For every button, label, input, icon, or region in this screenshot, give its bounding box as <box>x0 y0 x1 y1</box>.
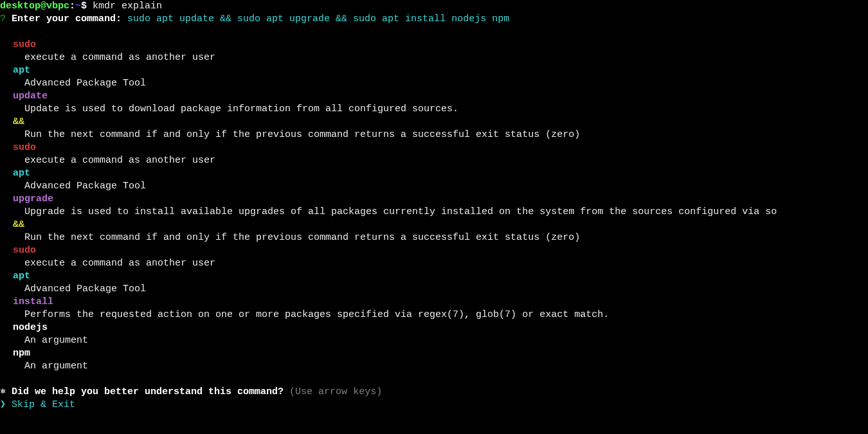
token-line: sudo <box>0 244 868 257</box>
enter-command-label: Enter your command: <box>6 14 127 24</box>
typed-command[interactable]: kmdr explain <box>93 1 162 12</box>
token-description: execute a command as another user <box>24 52 215 63</box>
token-description: Performs the requested action on one or … <box>24 309 609 320</box>
token-description: An argument <box>24 335 88 346</box>
token-line: nodejs <box>0 321 868 334</box>
token-description: Advanced Package Tool <box>24 181 146 192</box>
token: && <box>13 116 24 127</box>
feedback-line: ⎈ Did we help you better understand this… <box>0 386 868 399</box>
token: nodejs <box>13 322 48 333</box>
token: sudo <box>13 39 36 50</box>
token-description-line: execute a command as another user <box>0 257 868 270</box>
token-line: && <box>0 116 868 129</box>
menu-option-skip-exit[interactable]: Skip & Exit <box>12 399 75 410</box>
token: sudo <box>13 245 36 256</box>
menu-cursor-icon: ❯ <box>0 399 12 410</box>
token-line: upgrade <box>0 193 868 206</box>
gear-icon: ⎈ <box>0 386 6 397</box>
token: update <box>13 91 48 102</box>
blank-line <box>0 26 868 39</box>
token-description-line: Upgrade is used to install available upg… <box>0 206 868 219</box>
prompt-path: ~ <box>75 1 81 12</box>
token: npm <box>13 348 30 359</box>
token-description-line: execute a command as another user <box>0 51 868 64</box>
token-description-line: execute a command as another user <box>0 154 868 167</box>
token-description-line: Performs the requested action on one or … <box>0 309 868 321</box>
token-line: apt <box>0 270 868 283</box>
token-description: Run the next command if and only if the … <box>24 232 580 243</box>
token-description-line: An argument <box>0 360 868 373</box>
token-description-line: Advanced Package Tool <box>0 283 868 296</box>
token-line: sudo <box>0 39 868 51</box>
token-line: && <box>0 219 868 231</box>
token-description: Advanced Package Tool <box>24 284 146 294</box>
token-line: apt <box>0 64 868 77</box>
token-description: Advanced Package Tool <box>24 78 146 89</box>
token-description-line: Advanced Package Tool <box>0 77 868 90</box>
token-line: sudo <box>0 141 868 154</box>
prompt-user-host: desktop@vbpc <box>0 1 69 12</box>
token-description: An argument <box>24 361 88 372</box>
blank-line <box>0 373 868 386</box>
token-description: Upgrade is used to install available upg… <box>24 206 777 217</box>
feedback-hint: (Use arrow keys) <box>289 386 382 397</box>
explanation-block: sudoexecute a command as another userapt… <box>0 39 868 373</box>
token: && <box>13 219 24 230</box>
token-description-line: Run the next command if and only if the … <box>0 129 868 141</box>
menu-option-line[interactable]: ❯ Skip & Exit <box>0 399 868 411</box>
feedback-question: Did we help you better understand this c… <box>6 386 289 397</box>
token-line: install <box>0 296 868 309</box>
token-description: Update is used to download package infor… <box>24 104 458 114</box>
token: apt <box>13 65 30 76</box>
token-line: npm <box>0 347 868 360</box>
enter-command-line: ? Enter your command: sudo apt update &&… <box>0 13 868 26</box>
token-description-line: An argument <box>0 334 868 347</box>
token-line: apt <box>0 167 868 180</box>
token: apt <box>13 271 30 282</box>
question-mark-icon: ? <box>0 14 6 24</box>
shell-prompt-line: desktop@vbpc:~$ kmdr explain <box>0 0 868 13</box>
token-description-line: Run the next command if and only if the … <box>0 231 868 244</box>
entered-command-input[interactable]: sudo apt update && sudo apt upgrade && s… <box>127 14 509 24</box>
prompt-separator: : <box>69 1 75 12</box>
token: sudo <box>13 142 36 153</box>
token: install <box>13 296 53 307</box>
token: apt <box>13 168 30 179</box>
token-description: Run the next command if and only if the … <box>24 129 580 140</box>
token-description-line: Update is used to download package infor… <box>0 103 868 116</box>
token: upgrade <box>13 194 53 204</box>
token-description-line: Advanced Package Tool <box>0 180 868 193</box>
token-description: execute a command as another user <box>24 258 215 269</box>
token-description: execute a command as another user <box>24 155 215 166</box>
token-line: update <box>0 90 868 103</box>
prompt-dollar: $ <box>81 1 93 12</box>
